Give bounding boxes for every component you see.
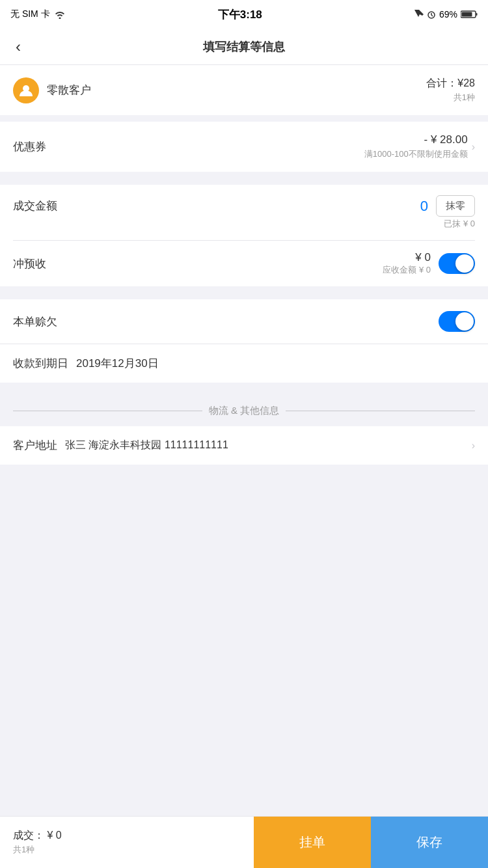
address-value: 张三 海淀永丰科技园 11111111111 — [65, 439, 472, 452]
deal-amount-right: 抹零 — [376, 195, 475, 217]
section-sep-1 — [0, 178, 488, 185]
deal-amount-row: 成交金额 抹零 已抹 ¥ 0 — [0, 185, 488, 240]
page-title: 填写结算等信息 — [203, 39, 285, 55]
advance-right: ¥ 0 应收金额 ¥ 0 — [383, 251, 475, 276]
coupon-right: - ¥ 28.00 满1000-100不限制使用金额 › — [364, 133, 475, 160]
advance-label: 冲预收 — [13, 256, 46, 271]
bottom-info: 成交： ¥ 0 共1种 — [0, 829, 254, 856]
due-date-value: 2019年12月30日 — [76, 356, 159, 371]
coupon-amount: - ¥ 28.00 — [364, 133, 468, 146]
bottom-deal: 成交： ¥ 0 — [13, 829, 241, 843]
coupon-card[interactable]: 优惠券 - ¥ 28.00 满1000-100不限制使用金额 › — [0, 122, 488, 172]
logistics-header: 物流 & 其他信息 — [0, 396, 488, 426]
hang-button[interactable]: 挂单 — [254, 817, 371, 869]
coupon-desc: 满1000-100不限制使用金额 — [364, 148, 468, 160]
svg-rect-5 — [461, 12, 472, 17]
due-date-label: 收款到期日 — [13, 356, 68, 371]
round-zero-button[interactable]: 抹零 — [436, 195, 475, 217]
bottom-bar: 成交： ¥ 0 共1种 挂单 保存 — [0, 816, 488, 868]
coupon-label: 优惠券 — [13, 139, 46, 154]
logistics-header-inner: 物流 & 其他信息 — [13, 405, 475, 417]
bottom-deal-amount: ¥ 0 — [47, 830, 61, 841]
address-row[interactable]: 客户地址 张三 海淀永丰科技园 11111111111 › — [0, 426, 488, 465]
content: 零散客户 合计：¥28 共1种 优惠券 - ¥ 28.00 满1000-100不… — [0, 65, 488, 536]
deal-amount-inner: 成交金额 抹零 — [13, 195, 475, 217]
status-time: 下午3:18 — [218, 7, 262, 22]
avatar — [13, 77, 39, 103]
total-count: 共1种 — [426, 92, 475, 103]
advance-toggle-knob — [455, 254, 474, 273]
deduction-card: 本单赊欠 收款到期日 2019年12月30日 — [0, 299, 488, 383]
deal-amount-card: 成交金额 抹零 已抹 ¥ 0 冲预收 ¥ 0 应收金额 ¥ 0 — [0, 185, 488, 286]
logistics-line-right — [286, 411, 475, 411]
deduction-label: 本单赊欠 — [13, 314, 57, 329]
sim-status: 无 SIM 卡 — [10, 8, 50, 20]
svg-line-2 — [431, 15, 433, 16]
customer-total: 合计：¥28 共1种 — [426, 77, 475, 103]
total-amount: 合计：¥28 — [426, 77, 475, 90]
section-sep-3 — [0, 389, 488, 396]
deal-amount-input[interactable] — [376, 198, 428, 215]
location-icon — [414, 10, 424, 19]
advance-amount: ¥ 0 — [383, 251, 431, 264]
save-button[interactable]: 保存 — [371, 817, 488, 869]
already-deducted: 已抹 ¥ 0 — [13, 218, 475, 230]
nav-bar: ‹ 填写结算等信息 — [0, 29, 488, 65]
advance-amounts: ¥ 0 应收金额 ¥ 0 — [383, 251, 431, 276]
back-button[interactable]: ‹ — [10, 33, 26, 61]
logistics-label: 物流 & 其他信息 — [209, 405, 279, 417]
customer-row: 零散客户 合计：¥28 共1种 — [0, 65, 488, 115]
chevron-right-icon: › — [472, 141, 475, 153]
status-left: 无 SIM 卡 — [10, 8, 66, 20]
battery-percent: 69% — [439, 9, 457, 20]
deduction-row: 本单赊欠 — [0, 299, 488, 344]
bottom-count: 共1种 — [13, 844, 241, 856]
customer-left: 零散客户 — [13, 77, 91, 103]
advance-receivable: 应收金额 ¥ 0 — [383, 264, 431, 276]
section-sep-2 — [0, 293, 488, 299]
status-right: 69% — [414, 9, 478, 20]
coupon-value: - ¥ 28.00 满1000-100不限制使用金额 — [364, 133, 468, 160]
logistics-line-left — [13, 411, 202, 411]
address-label: 客户地址 — [13, 438, 57, 453]
deduction-toggle[interactable] — [439, 311, 475, 332]
battery-icon — [461, 10, 478, 19]
bottom-deal-label: 成交： — [13, 830, 44, 841]
address-chevron-icon: › — [472, 440, 475, 452]
person-icon — [19, 83, 33, 98]
wifi-icon — [54, 10, 66, 19]
alarm-icon — [427, 10, 436, 19]
deduction-toggle-knob — [455, 312, 474, 331]
advance-row: 冲预收 ¥ 0 应收金额 ¥ 0 — [0, 241, 488, 286]
coupon-row[interactable]: 优惠券 - ¥ 28.00 满1000-100不限制使用金额 › — [0, 122, 488, 172]
customer-name: 零散客户 — [47, 83, 91, 98]
svg-rect-4 — [476, 13, 477, 16]
advance-toggle[interactable] — [439, 253, 475, 274]
status-bar: 无 SIM 卡 下午3:18 69% — [0, 0, 488, 29]
customer-card: 零散客户 合计：¥28 共1种 — [0, 65, 488, 115]
due-date-row: 收款到期日 2019年12月30日 — [0, 344, 488, 383]
deal-amount-label: 成交金额 — [13, 198, 57, 213]
address-card[interactable]: 客户地址 张三 海淀永丰科技园 11111111111 › — [0, 426, 488, 465]
